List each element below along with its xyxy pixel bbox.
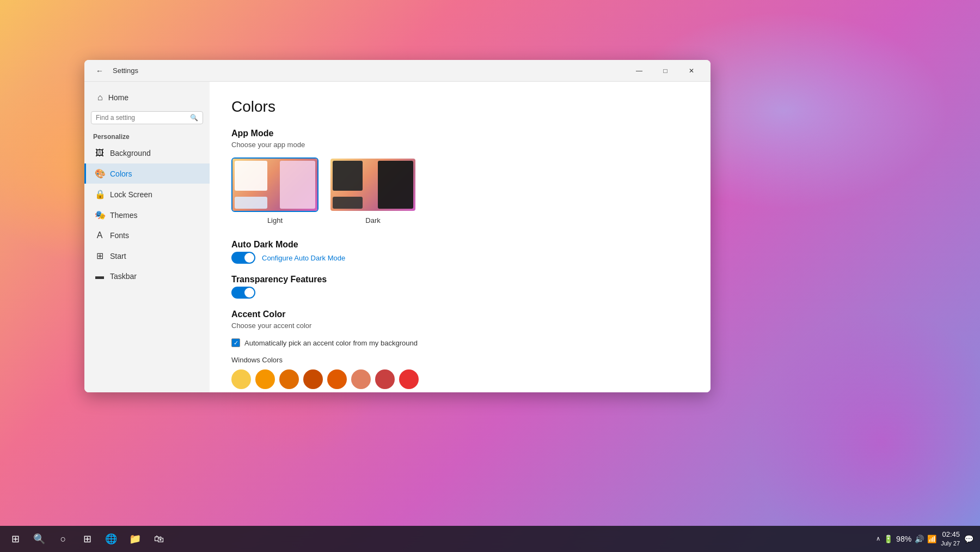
window-controls: — □ ✕ [627, 62, 704, 80]
sidebar-lockscreen-label: Lock Screen [110, 190, 152, 199]
light-preview-inner [232, 159, 317, 211]
colors-icon: 🎨 [95, 168, 105, 179]
search-input[interactable] [96, 114, 187, 122]
auto-dark-toggle[interactable] [231, 252, 255, 264]
color-swatch-yellow[interactable] [231, 369, 251, 389]
dark-panel-2 [378, 161, 413, 209]
taskbar-clock[interactable]: 02:45 July 27 [941, 530, 960, 548]
color-row-1 [231, 369, 689, 389]
checkbox-check-icon: ✓ [234, 339, 238, 347]
taskbar-sys-icons: ∧ 🔋 98% 🔊 📶 [876, 535, 936, 543]
taskbar-volume-icon[interactable]: 🔊 [915, 535, 924, 543]
title-bar: ← Settings — □ ✕ [84, 60, 710, 82]
lock-screen-icon: 🔒 [95, 189, 105, 199]
maximize-button[interactable]: □ [653, 62, 678, 80]
color-swatch-dark-red[interactable] [375, 369, 395, 389]
sidebar-start-label: Start [110, 252, 126, 260]
light-mode-label: Light [267, 216, 283, 225]
sidebar-taskbar-label: Taskbar [110, 272, 137, 281]
themes-icon: 🎭 [95, 210, 105, 220]
main-content: Colors App Mode Choose your app mode [210, 82, 710, 392]
mode-card-light[interactable]: Light [231, 157, 318, 225]
background-icon: 🖼 [95, 148, 105, 158]
taskbar-widgets-button[interactable]: ⊞ [76, 528, 98, 550]
auto-accent-row: ✓ Automatically pick an accent color fro… [231, 338, 689, 347]
accent-color-section: Accent Color Choose your accent color ✓ … [231, 310, 689, 392]
sidebar-item-fonts[interactable]: A Fonts [84, 226, 210, 245]
dark-mode-label: Dark [365, 216, 380, 225]
dark-panel-3 [333, 197, 363, 209]
windows-colors-label: Windows Colors [231, 356, 689, 364]
minimize-button[interactable]: — [627, 62, 652, 80]
sidebar-themes-label: Themes [110, 211, 138, 220]
dark-panel-1 [333, 161, 363, 191]
auto-dark-mode-title: Auto Dark Mode [231, 240, 689, 250]
taskbar-battery-icon: 🔋 [884, 535, 893, 543]
search-box[interactable]: 🔍 [91, 111, 203, 124]
dark-preview-inner [330, 159, 415, 211]
taskbar-icon-sidebar: ▬ [95, 271, 105, 281]
taskbar-task-view-button[interactable]: ○ [52, 528, 74, 550]
mode-selector: Light Dark [231, 157, 689, 225]
search-icon[interactable]: 🔍 [190, 114, 198, 122]
close-button[interactable]: ✕ [679, 62, 704, 80]
color-swatch-burnt-orange[interactable] [327, 369, 347, 389]
transparency-title: Transparency Features [231, 275, 689, 284]
mode-preview-light [231, 157, 318, 212]
window-body: ⌂ Home 🔍 Personalize 🖼 Background 🎨 Colo… [84, 82, 710, 392]
sidebar-colors-label: Colors [110, 169, 132, 178]
sidebar-item-start[interactable]: ⊞ Start [84, 246, 210, 266]
taskbar-start-button[interactable]: ⊞ [4, 528, 26, 550]
auto-accent-label: Automatically pick an accent color from … [244, 339, 418, 347]
sidebar-background-label: Background [110, 149, 151, 157]
sidebar-item-themes[interactable]: 🎭 Themes [84, 205, 210, 225]
mode-preview-dark [329, 157, 416, 212]
taskbar-right: ∧ 🔋 98% 🔊 📶 02:45 July 27 💬 [869, 530, 980, 548]
taskbar-explorer-button[interactable]: 📁 [124, 528, 146, 550]
taskbar-left: ⊞ 🔍 ○ ⊞ 🌐 📁 🛍 [0, 528, 174, 550]
sidebar-section-label: Personalize [84, 129, 210, 143]
color-swatch-salmon[interactable] [351, 369, 371, 389]
configure-auto-dark-link[interactable]: Configure Auto Dark Mode [262, 254, 345, 262]
transparency-toggle-row [231, 287, 689, 299]
fonts-icon: A [95, 230, 105, 240]
settings-window: ← Settings — □ ✕ ⌂ Home 🔍 Personalize 🖼 … [84, 60, 710, 392]
sidebar-item-background[interactable]: 🖼 Background [84, 143, 210, 163]
sidebar-item-colors[interactable]: 🎨 Colors [84, 163, 210, 184]
color-swatch-red[interactable] [399, 369, 419, 389]
app-mode-section: App Mode Choose your app mode [231, 129, 689, 225]
taskbar-battery-percent: 98% [896, 535, 911, 543]
taskbar-search-button[interactable]: 🔍 [28, 528, 50, 550]
taskbar-store-button[interactable]: 🛍 [148, 528, 170, 550]
transparency-toggle[interactable] [231, 287, 255, 299]
sidebar-fonts-label: Fonts [110, 231, 129, 240]
app-mode-subtitle: Choose your app mode [231, 141, 689, 149]
taskbar-notification-icon[interactable]: 💬 [964, 535, 973, 543]
auto-dark-mode-section: Auto Dark Mode Configure Auto Dark Mode [231, 240, 689, 264]
light-panel-blue [235, 197, 267, 209]
app-mode-title: App Mode [231, 129, 689, 138]
back-button[interactable]: ← [91, 62, 108, 80]
taskbar-network-icon[interactable]: 📶 [927, 535, 936, 543]
light-panel-pink [280, 161, 315, 209]
sidebar-home[interactable]: ⌂ Home [89, 88, 205, 107]
home-icon: ⌂ [97, 93, 103, 102]
auto-dark-toggle-row: Configure Auto Dark Mode [231, 252, 689, 264]
sidebar-item-taskbar[interactable]: ▬ Taskbar [84, 266, 210, 286]
window-title: Settings [113, 66, 138, 75]
color-swatch-orange[interactable] [279, 369, 299, 389]
accent-color-title: Accent Color [231, 310, 689, 319]
taskbar-chevron-icon[interactable]: ∧ [876, 535, 880, 542]
home-label: Home [108, 93, 128, 102]
sidebar-item-lock-screen[interactable]: 🔒 Lock Screen [84, 184, 210, 204]
taskbar-time: 02:45 [941, 530, 960, 539]
auto-accent-checkbox[interactable]: ✓ [231, 338, 240, 347]
start-icon: ⊞ [95, 251, 105, 261]
color-swatch-dark-orange[interactable] [303, 369, 323, 389]
color-swatch-amber[interactable] [255, 369, 275, 389]
accent-color-subtitle: Choose your accent color [231, 322, 689, 330]
light-panel-white [235, 161, 267, 191]
mode-card-dark[interactable]: Dark [329, 157, 416, 225]
transparency-section: Transparency Features [231, 275, 689, 299]
taskbar-edge-button[interactable]: 🌐 [100, 528, 122, 550]
